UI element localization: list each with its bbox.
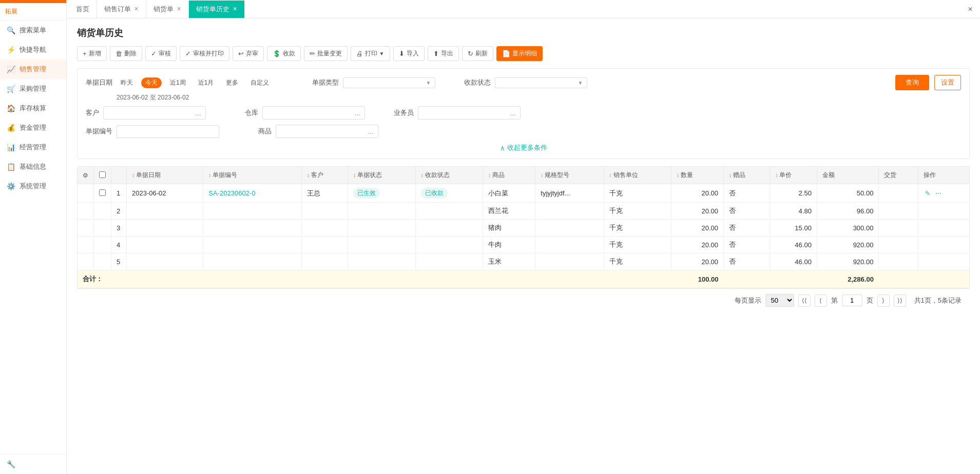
th-unit[interactable]: ↕销售单位	[604, 167, 671, 184]
print-button[interactable]: 🖨 打印 ▼	[351, 46, 390, 61]
page-title: 销货单历史	[77, 27, 970, 39]
row-date: 2023-06-02	[127, 184, 203, 203]
row-more-btn[interactable]: ⋯	[935, 190, 941, 197]
th-date[interactable]: ↕单据日期	[127, 167, 203, 184]
th-action: 操作	[918, 167, 969, 184]
date-chip-more[interactable]: 更多	[222, 77, 242, 88]
table-row: 1 2023-06-02 SA-20230602-0 王总 已生效 已收款 小白…	[78, 184, 969, 203]
table-row: 5 玉米 千克 20.00 否 46.00 920.00	[78, 253, 969, 270]
row-check[interactable]	[99, 189, 106, 196]
customer-dots-icon[interactable]: ...	[195, 109, 201, 117]
sidebar-item-purchase[interactable]: 🛒 采购管理	[0, 79, 66, 98]
filter-date: 单据日期 昨天 今天 近1周 近1月 更多 自定义	[86, 77, 273, 88]
th-customer[interactable]: ↕客户	[301, 167, 348, 184]
audit-button[interactable]: ✓ 审核	[145, 46, 177, 61]
last-page-button[interactable]: ⟩⟩	[894, 294, 906, 307]
collect-button[interactable]: 💲 收款	[267, 46, 301, 61]
th-qty[interactable]: ↕数量	[671, 167, 724, 184]
tab-sales-delivery[interactable]: 销货单 ✕	[146, 1, 189, 18]
row-doc-no[interactable]	[203, 220, 301, 236]
product-dots-icon[interactable]: ...	[368, 127, 374, 135]
filter-toggle[interactable]: ∧ 收起更多条件	[86, 143, 961, 152]
export-button[interactable]: ⬆ 导出	[428, 46, 459, 61]
payment-status-select[interactable]: ▼	[495, 77, 587, 88]
query-button[interactable]: 查询	[895, 75, 929, 90]
refresh-button[interactable]: ↻ 刷新	[462, 46, 493, 61]
product-select[interactable]: ...	[276, 125, 378, 138]
th-product[interactable]: ↕商品	[483, 167, 535, 184]
select-all-checkbox[interactable]	[99, 171, 106, 178]
prev-page-button[interactable]: ⟨	[815, 294, 827, 307]
discard-button[interactable]: ↩ 弃审	[233, 46, 264, 61]
th-price[interactable]: ↕单价	[770, 167, 817, 184]
th-settings[interactable]: ⚙	[78, 167, 94, 184]
warehouse-select[interactable]: ...	[262, 106, 365, 120]
audit-print-icon: ✓	[185, 50, 191, 57]
row-customer	[301, 253, 348, 270]
th-gift[interactable]: ↕赠品	[724, 167, 770, 184]
tab-close-all-button[interactable]: ✕	[963, 4, 978, 15]
filter-row-2: 客户 ... 仓库 ...	[86, 106, 961, 120]
salesperson-dots-icon[interactable]: ...	[510, 109, 516, 117]
sidebar-item-sales[interactable]: 📈 销售管理	[0, 60, 66, 79]
date-chip-today[interactable]: 今天	[141, 77, 162, 88]
th-amount: 金额	[817, 167, 879, 184]
row-doc-no[interactable]	[203, 236, 301, 253]
sidebar-item-operation[interactable]: 📊 经营管理	[0, 137, 66, 157]
row-unit: 千克	[604, 220, 671, 236]
delete-button[interactable]: 🗑 删除	[110, 46, 142, 61]
th-doc-no[interactable]: ↕单据编号	[203, 167, 301, 184]
tab-sales-order-close[interactable]: ✕	[134, 6, 139, 12]
show-detail-button[interactable]: 📄 显示明细	[496, 46, 543, 61]
sidebar-item-finance[interactable]: 💰 资金管理	[0, 118, 66, 137]
doc-type-select[interactable]: ▼	[343, 77, 435, 88]
row-edit-btn[interactable]: ✎	[925, 190, 930, 197]
batch-change-button[interactable]: ✏ 批量变更	[304, 46, 348, 61]
table: ⚙ ↕单据日期 ↕单据编号 ↕	[78, 167, 969, 288]
sidebar-item-quicknav[interactable]: ⚡ 快捷导航	[0, 40, 66, 60]
row-checkbox[interactable]	[94, 184, 111, 203]
th-payment-status[interactable]: ↕收款状态	[415, 167, 483, 184]
th-doc-status[interactable]: ↕单据状态	[348, 167, 415, 184]
tab-sales-delivery-close[interactable]: ✕	[177, 6, 181, 12]
sidebar-item-inventory[interactable]: 🏠 库存核算	[0, 98, 66, 118]
customer-select[interactable]: ...	[103, 106, 206, 120]
warehouse-dots-icon[interactable]: ...	[354, 109, 360, 117]
tab-sales-order[interactable]: 销售订单 ✕	[97, 1, 146, 18]
row-checkbox[interactable]	[94, 203, 111, 220]
row-doc-no[interactable]: SA-20230602-0	[203, 184, 301, 203]
date-chip-last30[interactable]: 近1月	[194, 77, 218, 88]
row-qty: 20.00	[671, 236, 724, 253]
tab-sales-order-label: 销售订单	[104, 5, 131, 14]
row-checkbox[interactable]	[94, 220, 111, 236]
import-button[interactable]: ⬇ 导入	[393, 46, 425, 61]
row-doc-no[interactable]	[203, 253, 301, 270]
row-checkbox[interactable]	[94, 253, 111, 270]
next-page-button[interactable]: ⟩	[877, 294, 890, 307]
date-chip-custom[interactable]: 自定义	[246, 77, 273, 88]
audit-print-button[interactable]: ✓ 审核并打印	[180, 46, 229, 61]
sidebar-item-search[interactable]: 🔍 搜索菜单	[0, 21, 66, 40]
row-checkbox[interactable]	[94, 236, 111, 253]
tab-sales-history-close[interactable]: ✕	[233, 6, 237, 12]
page-input[interactable]	[842, 294, 862, 306]
sidebar-item-settings-bottom[interactable]: 🔧	[0, 455, 66, 474]
price-sort-icon: ↕	[775, 172, 778, 178]
row-index: 4	[111, 236, 127, 253]
date-chip-yesterday[interactable]: 昨天	[117, 77, 137, 88]
add-button[interactable]: + 新增	[77, 46, 107, 61]
tab-sales-history[interactable]: 销货单历史 ✕	[189, 1, 245, 18]
salesperson-select[interactable]: ...	[418, 106, 521, 120]
row-doc-no[interactable]	[203, 203, 301, 220]
sidebar-item-basic[interactable]: 📋 基础信息	[0, 157, 66, 176]
sidebar-item-system[interactable]: ⚙️ 系统管理	[0, 176, 66, 196]
set-button[interactable]: 设置	[934, 75, 961, 90]
th-spec[interactable]: ↕规格型号	[535, 167, 604, 184]
tab-home[interactable]: 首页	[69, 1, 97, 18]
doc-no-input[interactable]	[117, 125, 219, 138]
date-chip-last7[interactable]: 近1周	[166, 77, 190, 88]
customer-sort-icon: ↕	[307, 172, 310, 178]
first-page-button[interactable]: ⟨⟨	[798, 294, 811, 307]
th-customer-label: 客户	[311, 171, 323, 180]
page-size-select[interactable]: 50 100 200	[765, 294, 794, 307]
